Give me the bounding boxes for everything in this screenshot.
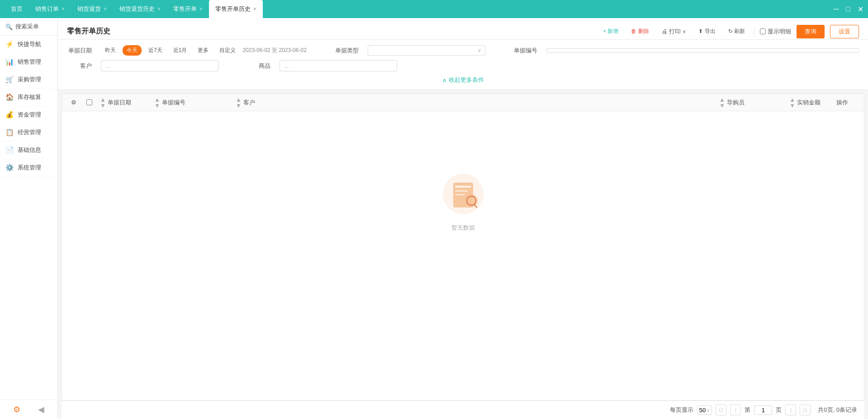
tab-sales-return-history-label: 销货退货历史 xyxy=(119,5,155,13)
tab-sales-return-label: 销货退货 xyxy=(77,5,101,13)
sidebar-item-basic-info[interactable]: 📄 基础信息 xyxy=(0,141,57,159)
date-btn-yesterday[interactable]: 昨天 xyxy=(101,45,120,56)
date-filter-label: 单据日期 xyxy=(67,47,92,55)
empty-illustration xyxy=(441,171,486,217)
next-page-button[interactable]: ⟩ xyxy=(785,405,796,415)
minimize-icon[interactable]: ─ xyxy=(834,5,839,13)
filter-row-2: 客户 ... 商品 ... xyxy=(67,60,859,71)
sidebar-item-ops-label: 经营管理 xyxy=(18,128,41,137)
customer-sort-icon[interactable]: ▲▼ xyxy=(236,97,242,108)
goods-input[interactable]: ... xyxy=(280,60,397,71)
tab-sales-return-history-close[interactable]: × xyxy=(157,6,161,12)
amount-sort-icon[interactable]: ▲▼ xyxy=(789,97,795,108)
ops-icon: 📋 xyxy=(5,128,14,137)
date-sort-icon[interactable]: ▲▼ xyxy=(100,97,106,108)
sidebar-item-inventory[interactable]: 🏠 库存核算 xyxy=(0,89,57,106)
close-icon[interactable]: ✕ xyxy=(858,5,863,14)
settings-button[interactable]: 设置 xyxy=(830,25,859,38)
column-settings-icon[interactable]: ⚙ xyxy=(71,99,76,106)
print-dropdown-icon[interactable]: ∨ xyxy=(683,29,686,34)
query-button[interactable]: 查询 xyxy=(797,25,825,38)
svg-rect-2 xyxy=(455,186,471,188)
billno-sort-icon[interactable]: ▲▼ xyxy=(154,97,160,108)
sidebar-search[interactable]: 🔍 搜索采单 xyxy=(0,18,57,36)
delete-button[interactable]: 🗑 删除 xyxy=(627,26,652,37)
pagination-summary: 共0页, 0条记录 xyxy=(818,406,857,414)
refresh-button[interactable]: ↻ 刷新 xyxy=(725,26,749,37)
guide-sort-icon[interactable]: ▲▼ xyxy=(719,97,725,108)
empty-text: 暂无数据 xyxy=(451,224,475,232)
sidebar-bottom: ⚙ ◀ xyxy=(0,400,57,419)
bill-type-select[interactable]: ∨ xyxy=(368,45,485,56)
collapse-icon: ∧ xyxy=(442,77,447,84)
sidebar-item-purchase-mgmt[interactable]: 🛒 采购管理 xyxy=(0,71,57,89)
finance-icon: 💰 xyxy=(5,111,14,119)
content-area: 零售开单历史 + 新增 🗑 删除 🖨 打印 ∨ ⬆ 导出 ↻ 刷新 显示明细 查… xyxy=(58,18,868,419)
print-label: 🖨 打印 xyxy=(662,28,681,36)
date-btn-7days[interactable]: 近7天 xyxy=(144,45,166,56)
display-detail-checkbox[interactable] xyxy=(760,28,766,34)
per-page-value: 50 xyxy=(699,407,706,414)
date-filter-group: 昨天 今天 近7天 近1月 更多 自定义 2023-06-02 至 2023-0… xyxy=(101,45,307,56)
tab-retail-open-history[interactable]: 零售开单历史 × xyxy=(209,0,263,18)
tab-sales-order-close[interactable]: × xyxy=(62,6,65,12)
bill-type-label: 单据类型 xyxy=(334,47,359,55)
bill-no-input[interactable] xyxy=(546,48,859,53)
select-all-checkbox[interactable] xyxy=(86,99,92,105)
sidebar-item-sales-mgmt[interactable]: 📊 销售管理 xyxy=(0,53,57,71)
date-btn-custom[interactable]: 自定义 xyxy=(215,45,240,56)
maximize-icon[interactable]: □ xyxy=(846,5,850,13)
tab-sales-return-close[interactable]: × xyxy=(104,6,107,12)
purchase-mgmt-icon: 🛒 xyxy=(5,75,14,84)
window-controls: ─ □ ✕ xyxy=(834,5,863,14)
per-page-select[interactable]: 50 ∨ xyxy=(697,405,712,415)
tab-sales-order[interactable]: 销售订单 × xyxy=(29,0,71,18)
svg-rect-4 xyxy=(455,194,465,195)
tab-sales-return[interactable]: 销货退货 × xyxy=(71,0,113,18)
sidebar-item-finance-label: 资金管理 xyxy=(18,111,41,119)
th-settings[interactable]: ⚙ xyxy=(66,99,82,106)
date-btn-today[interactable]: 今天 xyxy=(123,45,142,56)
page-prefix-label: 第 xyxy=(745,406,750,414)
filter-area: 单据日期 昨天 今天 近7天 近1月 更多 自定义 2023-06-02 至 2… xyxy=(58,40,868,90)
th-billno: ▲▼ 单据编号 xyxy=(151,97,232,108)
tab-sales-return-history[interactable]: 销货退货历史 × xyxy=(113,0,167,18)
sidebar-settings-icon[interactable]: ⚙ xyxy=(13,405,20,414)
tab-retail-open-close[interactable]: × xyxy=(199,6,203,12)
tab-retail-open[interactable]: 零售开单 × xyxy=(167,0,209,18)
first-page-button[interactable]: ⟨⟨ xyxy=(716,405,726,415)
sidebar-item-finance[interactable]: 💰 资金管理 xyxy=(0,106,57,124)
basic-info-icon: 📄 xyxy=(5,146,14,154)
th-checkbox[interactable] xyxy=(82,99,96,105)
prev-page-button[interactable]: ⟨ xyxy=(730,405,741,415)
sidebar-item-quick-nav[interactable]: ⚡ 快捷导航 xyxy=(0,36,57,53)
page-title: 零售开单历史 xyxy=(67,27,110,36)
print-button[interactable]: 🖨 打印 ∨ xyxy=(658,26,690,38)
display-detail-checkbox-label[interactable]: 显示明细 xyxy=(760,28,791,36)
page-suffix-label: 页 xyxy=(776,406,782,414)
tab-home[interactable]: 首页 xyxy=(5,0,29,18)
sidebar-collapse-icon[interactable]: ◀ xyxy=(38,405,44,414)
table-header: ⚙ ▲▼ 单据日期 ▲▼ 单据编号 ▲▼ 客户 ▲▼ xyxy=(62,94,864,111)
add-button[interactable]: + 新增 xyxy=(599,26,622,37)
page-number-input[interactable] xyxy=(754,405,772,415)
sidebar-item-system[interactable]: ⚙️ 系统管理 xyxy=(0,159,57,177)
goods-label: 商品 xyxy=(246,62,270,70)
table-area: ⚙ ▲▼ 单据日期 ▲▼ 单据编号 ▲▼ 客户 ▲▼ xyxy=(62,94,864,400)
sidebar-item-purchase-mgmt-label: 采购管理 xyxy=(18,75,41,84)
date-range-display: 2023-06-02 至 2023-06-02 xyxy=(242,47,306,54)
tab-sales-order-label: 销售订单 xyxy=(35,5,59,13)
collapse-button[interactable]: ∧ 收起更多条件 xyxy=(67,76,859,84)
toolbar-divider xyxy=(754,28,754,35)
date-btn-more[interactable]: 更多 xyxy=(194,45,213,56)
export-button[interactable]: ⬆ 导出 xyxy=(695,26,719,37)
sidebar-item-sales-mgmt-label: 销售管理 xyxy=(18,58,41,66)
search-icon: 🔍 xyxy=(5,24,13,30)
last-page-button[interactable]: ⟩⟩ xyxy=(800,405,811,415)
tab-retail-open-history-close[interactable]: × xyxy=(253,6,256,12)
th-customer: ▲▼ 客户 xyxy=(232,97,716,108)
toolbar: + 新增 🗑 删除 🖨 打印 ∨ ⬆ 导出 ↻ 刷新 显示明细 查询 设置 xyxy=(599,25,859,38)
date-btn-1month[interactable]: 近1月 xyxy=(169,45,191,56)
sidebar-item-ops[interactable]: 📋 经营管理 xyxy=(0,124,57,141)
customer-input[interactable]: ... xyxy=(101,60,218,71)
